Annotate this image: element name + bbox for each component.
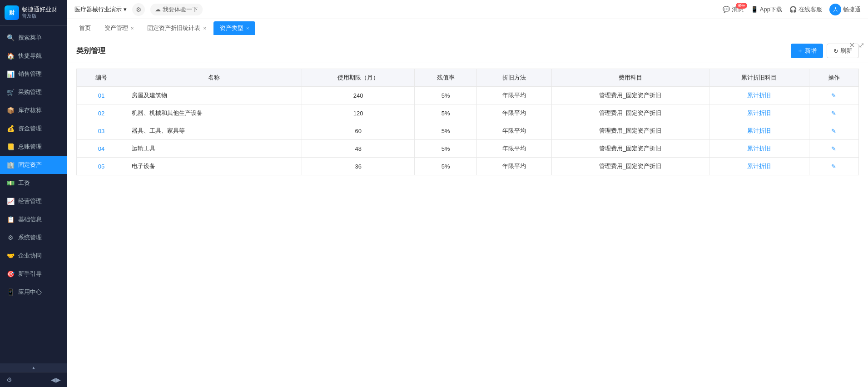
sidebar-label-payroll: 工资	[18, 179, 30, 187]
cell-code-4: 05	[77, 158, 126, 175]
tab-asset-mgmt[interactable]: 资产管理 ×	[98, 21, 140, 35]
collapse-icon[interactable]: ◀▶	[51, 376, 61, 383]
sidebar-label-guide: 新手引导	[18, 270, 42, 278]
cell-code-1: 02	[77, 104, 126, 122]
sidebar-item-fixed[interactable]: 🏢 固定资产	[0, 156, 67, 174]
quicknav-icon: 🏠	[6, 52, 15, 60]
tab-home[interactable]: 首页	[73, 21, 97, 35]
sidebar-item-operations[interactable]: 📈 经营管理	[0, 192, 67, 210]
tab-asset-mgmt-close[interactable]: ×	[131, 25, 134, 31]
sidebar-item-guide[interactable]: 🎯 新手引导	[0, 265, 67, 283]
tab-depreciation-close[interactable]: ×	[203, 25, 206, 31]
sidebar-item-ledger[interactable]: 📒 总账管理	[0, 138, 67, 156]
expand-panel-button[interactable]: ⤢	[858, 41, 864, 50]
table-row: 04 运输工具 48 5% 年限平均 管理费用_固定资产折旧 累计折旧 ✎	[77, 140, 859, 158]
sidebar-item-payroll[interactable]: 💵 工资	[0, 174, 67, 192]
sidebar-scroll: ▲	[0, 363, 67, 372]
sidebar-item-collab[interactable]: 🤝 企业协同	[0, 247, 67, 265]
cell-expense-0: 管理费用_固定资产折旧	[551, 87, 709, 104]
header-left: 医疗器械行业演示 ▾ ⚙ ☁ 我要体验一下	[74, 3, 203, 16]
table-body: 01 房屋及建筑物 240 5% 年限平均 管理费用_固定资产折旧 累计折旧 ✎…	[77, 87, 859, 175]
phone-icon: 📱	[751, 6, 758, 13]
page-panel: 类别管理 ＋ 新增 ↻ 刷新 编号	[67, 37, 868, 387]
cell-accumulated-3[interactable]: 累计折旧	[709, 140, 809, 158]
content-area: 类别管理 ＋ 新增 ↻ 刷新 编号	[67, 37, 868, 387]
cell-residual-0: 5%	[415, 87, 477, 104]
cell-edit-3[interactable]: ✎	[809, 140, 858, 158]
sidebar-item-quicknav[interactable]: 🏠 快捷导航	[0, 47, 67, 65]
cell-edit-2[interactable]: ✎	[809, 122, 858, 140]
new-button[interactable]: ＋ 新增	[791, 44, 823, 58]
inventory-icon: 📦	[6, 107, 15, 114]
sidebar-label-operations: 经营管理	[18, 197, 42, 205]
cell-edit-0[interactable]: ✎	[809, 87, 858, 104]
sidebar-label-capital: 资金管理	[18, 124, 42, 133]
cell-name-3: 运输工具	[126, 140, 302, 158]
cell-months-0: 240	[302, 87, 415, 104]
cell-edit-4[interactable]: ✎	[809, 158, 858, 175]
cell-code-2: 03	[77, 122, 126, 140]
cell-accumulated-0[interactable]: 累计折旧	[709, 87, 809, 104]
purchase-icon: 🛒	[6, 89, 15, 96]
table-row: 03 器具、工具、家具等 60 5% 年限平均 管理费用_固定资产折旧 累计折旧…	[77, 122, 859, 140]
sidebar-item-inventory[interactable]: 📦 库存核算	[0, 101, 67, 119]
sidebar-item-appstore[interactable]: 📱 应用中心	[0, 283, 67, 301]
cell-accumulated-1[interactable]: 累计折旧	[709, 104, 809, 122]
cell-accumulated-2[interactable]: 累计折旧	[709, 122, 809, 140]
asset-type-table: 编号 名称 使用期限（月） 残值率 折旧方法 费用科目 累计折旧科目 操作 01…	[76, 69, 859, 175]
sidebar-item-basic[interactable]: 📋 基础信息	[0, 210, 67, 228]
cloud-icon: ☁	[155, 6, 161, 13]
col-method: 折旧方法	[477, 69, 552, 87]
sidebar-item-purchase[interactable]: 🛒 采购管理	[0, 83, 67, 101]
tab-asset-type[interactable]: 资产类型 ×	[213, 21, 255, 35]
top-header: 医疗器械行业演示 ▾ ⚙ ☁ 我要体验一下 💬 消息 99+ 📱 App下载 🎧…	[67, 0, 868, 19]
try-experience-button[interactable]: ☁ 我要体验一下	[150, 4, 203, 15]
tab-home-label: 首页	[79, 24, 91, 32]
cell-name-1: 机器、机械和其他生产设备	[126, 104, 302, 122]
tab-asset-type-close[interactable]: ×	[246, 25, 249, 31]
cell-expense-1: 管理费用_固定资产折旧	[551, 104, 709, 122]
fixed-icon: 🏢	[6, 161, 15, 169]
cell-edit-1[interactable]: ✎	[809, 104, 858, 122]
cell-method-0: 年限平均	[477, 87, 552, 104]
close-panel-button[interactable]: ✕	[849, 41, 855, 50]
cell-accumulated-4[interactable]: 累计折旧	[709, 158, 809, 175]
sidebar: 财 畅捷通好业财 普及版 🔍 搜索菜单 🏠 快捷导航 📊 销售管理 🛒 采购管理…	[0, 0, 67, 387]
tab-depreciation-label: 固定资产折旧统计表	[147, 24, 200, 32]
cell-expense-4: 管理费用_固定资产折旧	[551, 158, 709, 175]
cell-expense-3: 管理费用_固定资产折旧	[551, 140, 709, 158]
scroll-up-icon[interactable]: ▲	[31, 365, 36, 370]
sidebar-item-system[interactable]: ⚙ 系统管理	[0, 228, 67, 247]
app-download-action[interactable]: 📱 App下载	[751, 5, 782, 14]
settings-icon[interactable]: ⚙	[6, 376, 12, 383]
operations-icon: 📈	[6, 198, 15, 205]
table-row: 02 机器、机械和其他生产设备 120 5% 年限平均 管理费用_固定资产折旧 …	[77, 104, 859, 122]
company-settings-button[interactable]: ⚙	[132, 3, 145, 16]
app-logo-icon: 财	[5, 5, 19, 20]
customer-service-action[interactable]: 🎧 在线客服	[789, 5, 822, 14]
guide-icon: 🎯	[6, 270, 15, 278]
headset-icon: 🎧	[789, 6, 797, 13]
table-row: 05 电子设备 36 5% 年限平均 管理费用_固定资产折旧 累计折旧 ✎	[77, 158, 859, 175]
sidebar-logo: 财 畅捷通好业财 普及版	[0, 0, 67, 26]
app-download-label: App下载	[760, 5, 782, 14]
sidebar-item-search[interactable]: 🔍 搜索菜单	[0, 29, 67, 47]
company-name: 医疗器械行业演示	[74, 5, 122, 14]
col-expense: 费用科目	[551, 69, 709, 87]
col-name: 名称	[126, 69, 302, 87]
page-header: 类别管理 ＋ 新增 ↻ 刷新	[67, 37, 868, 63]
cell-code-3: 04	[77, 140, 126, 158]
sidebar-item-sales[interactable]: 📊 销售管理	[0, 65, 67, 83]
user-action[interactable]: 人 畅捷通	[829, 4, 861, 15]
try-label: 我要体验一下	[163, 5, 198, 14]
col-accumulated: 累计折旧科目	[709, 69, 809, 87]
tab-depreciation[interactable]: 固定资产折旧统计表 ×	[141, 21, 212, 35]
cell-months-4: 36	[302, 158, 415, 175]
collab-icon: 🤝	[6, 252, 15, 259]
sidebar-item-capital[interactable]: 💰 资金管理	[0, 119, 67, 138]
sidebar-label-system: 系统管理	[18, 233, 42, 242]
cell-months-2: 60	[302, 122, 415, 140]
company-selector[interactable]: 医疗器械行业演示 ▾	[74, 5, 127, 14]
system-icon: ⚙	[6, 234, 15, 241]
message-action[interactable]: 💬 消息 99+	[723, 5, 744, 14]
